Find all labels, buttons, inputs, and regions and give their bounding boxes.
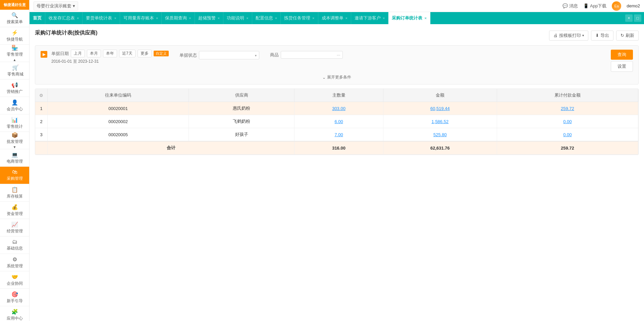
tab-warranty[interactable]: 保质期查询 × <box>162 12 195 24</box>
sidebar: 畅捷通好生意 🔍 搜索菜单 ⚡ 快捷导航 🏪 零售管理 ▲ 🛒 零售商城 📢 营… <box>0 0 30 321</box>
tab-invite-label: 邀请下游客户 <box>355 15 381 21</box>
gear-icon[interactable]: ⚙ <box>39 93 43 98</box>
sidebar-item-member[interactable]: 👤 会员中心 <box>0 97 29 114</box>
sidebar-member-label: 会员中心 <box>7 106 23 112</box>
footer-label: 合计 <box>48 141 294 155</box>
row-amount[interactable]: 1,586.52 <box>383 115 497 128</box>
row-amount[interactable]: 525.80 <box>383 128 497 142</box>
tab-receive-label: 收发存汇总表 <box>49 15 75 21</box>
close-icon[interactable]: × <box>383 16 385 20</box>
tab-invite[interactable]: 邀请下游客户 × <box>351 12 388 24</box>
filter-bar: ▶ 单据日期 上月 本月 本年 近7天 更多 自定义 2016-01-01 至 … <box>35 45 639 85</box>
filter-expand-arrow[interactable]: ▶ <box>41 51 47 58</box>
navtabs-end: × □ <box>623 14 644 22</box>
row-qty[interactable]: 303.00 <box>294 102 383 115</box>
sidebar-item-search[interactable]: 🔍 搜索菜单 <box>0 10 29 27</box>
sidebar-item-stock[interactable]: 📋 库存核算 <box>0 184 29 202</box>
sidebar-item-retail-stat[interactable]: 📊 零售统计 <box>0 114 29 132</box>
sidebar-item-marketing[interactable]: 📢 营销推广 <box>0 79 29 97</box>
sidebar-marketing-label: 营销推广 <box>7 89 23 95</box>
topbar-right: 💬 消息 📱 App下载 Ea demo2 <box>562 1 640 11</box>
message-btn[interactable]: 💬 消息 <box>562 3 578 9</box>
tab-available-stock[interactable]: 可用量库存账本 × <box>120 12 162 24</box>
date-btn-7days[interactable]: 近7天 <box>119 50 136 57</box>
base-icon: 🗂 <box>12 239 17 245</box>
sidebar-item-finance[interactable]: 💰 资金管理 <box>0 202 29 219</box>
sidebar-item-retail[interactable]: 🏪 零售管理 ▲ <box>0 45 29 62</box>
close-icon[interactable]: × <box>114 16 116 20</box>
close-icon[interactable]: × <box>246 16 248 20</box>
query-button[interactable]: 查询 <box>611 50 633 60</box>
sidebar-item-enterprise[interactable]: 🤝 企业协同 <box>0 271 29 289</box>
close-tab-btn[interactable]: × <box>625 14 633 22</box>
apps-icon: 🧩 <box>11 309 18 315</box>
close-icon[interactable]: × <box>345 16 347 20</box>
row-qty[interactable]: 7.00 <box>294 128 383 142</box>
close-icon[interactable]: × <box>312 16 314 20</box>
row-code: 00020005 <box>48 128 189 142</box>
sidebar-item-batch[interactable]: 📦 批发管理 ▼ <box>0 132 29 149</box>
tab-order-summary[interactable]: 要货单统计表 × <box>83 12 120 24</box>
sidebar-item-ecommerce[interactable]: 💻 电商管理 <box>0 149 29 167</box>
table-row[interactable]: 2 00020002 飞鹤奶粉 6.00 1,586.52 0.00 <box>35 115 638 128</box>
sidebar-item-base[interactable]: 🗂 基础信息 <box>0 236 29 254</box>
main-area: 母婴行业演示账套 ▾ 💬 消息 📱 App下载 Ea demo2 首页 收发存汇… <box>30 0 644 321</box>
tab-function[interactable]: 功能说明 × <box>223 12 252 24</box>
tab-stock-task[interactable]: 拣货任务管理 × <box>281 12 318 24</box>
expand-more-btn[interactable]: ⌄ 展开更多条件 <box>41 74 633 80</box>
export-label: 导出 <box>600 33 609 39</box>
tab-config-label: 配置信息 <box>256 15 273 21</box>
settings-button[interactable]: 设置 <box>611 61 633 72</box>
date-btn-last-month[interactable]: 上月 <box>71 50 85 57</box>
goods-input[interactable] <box>283 52 337 57</box>
tab-receive[interactable]: 收发存汇总表 × <box>45 12 83 24</box>
row-qty[interactable]: 6.00 <box>294 115 383 128</box>
date-btn-more[interactable]: 更多 <box>138 50 152 57</box>
refresh-btn[interactable]: ↻ 刷新 <box>616 31 639 41</box>
row-paid[interactable]: 259.72 <box>497 102 638 115</box>
restore-btn[interactable]: □ <box>634 14 641 22</box>
app-download-btn[interactable]: 📱 App下载 <box>583 3 606 9</box>
footer-paid: 259.72 <box>497 141 638 155</box>
tab-cost-adjust[interactable]: 成本调整单 × <box>318 12 351 24</box>
avatar[interactable]: Ea <box>612 1 621 11</box>
tab-home[interactable]: 首页 <box>30 12 45 24</box>
goods-more-icon[interactable]: ··· <box>337 52 340 57</box>
tab-order-summary-label: 要货单统计表 <box>86 15 112 21</box>
close-icon[interactable]: × <box>218 16 220 20</box>
close-icon[interactable]: × <box>77 16 79 20</box>
export-btn[interactable]: ⬇ 导出 <box>591 31 613 41</box>
close-icon[interactable]: × <box>275 16 277 20</box>
table-row[interactable]: 1 00020001 惠氏奶粉 303.00 60,519.44 259.72 <box>35 102 638 115</box>
date-btn-this-year[interactable]: 本年 <box>103 50 117 57</box>
tab-purchase-summary[interactable]: 采购订单统计表 × <box>388 12 430 24</box>
row-paid[interactable]: 0.00 <box>497 115 638 128</box>
close-icon[interactable]: × <box>424 16 426 20</box>
tab-overstock[interactable]: 超储预警 × <box>195 12 223 24</box>
row-amount[interactable]: 60,519.44 <box>383 102 497 115</box>
row-code: 00020001 <box>48 102 189 115</box>
sidebar-item-newbie[interactable]: 🎯 新手引导 <box>0 289 29 306</box>
close-icon[interactable]: × <box>189 16 191 20</box>
close-icon[interactable]: × <box>156 16 158 20</box>
date-btn-this-month[interactable]: 本月 <box>87 50 101 57</box>
table-row[interactable]: 3 00020005 好孩子 7.00 525.80 0.00 <box>35 128 638 142</box>
footer-qty: 316.00 <box>294 141 383 155</box>
member-icon: 👤 <box>11 99 18 106</box>
print-dropdown-icon: ▾ <box>582 34 584 37</box>
data-table-wrap: ⚙ 往来单位编码 供应商 主数量 金额 累计付款金额 1 00020001 惠氏… <box>35 89 639 155</box>
sidebar-item-operation[interactable]: 📈 经营管理 <box>0 219 29 236</box>
sidebar-item-system[interactable]: ⚙ 系统管理 <box>0 254 29 271</box>
status-select[interactable] <box>199 51 259 59</box>
print-btn[interactable]: 🖨 按模板打印 ▾ <box>549 31 588 41</box>
sidebar-item-retail-mall[interactable]: 🛒 零售商城 <box>0 62 29 79</box>
topbar: 母婴行业演示账套 ▾ 💬 消息 📱 App下载 Ea demo2 <box>30 0 644 12</box>
marketing-icon: 📢 <box>11 82 18 88</box>
sidebar-item-apps[interactable]: 🧩 应用中心 <box>0 306 29 321</box>
sidebar-item-purchase[interactable]: 🛍 采购管理 <box>0 167 29 184</box>
th-paid: 累计付款金额 <box>497 89 638 102</box>
account-dropdown[interactable]: 母婴行业演示账套 ▾ <box>34 1 78 11</box>
row-paid[interactable]: 0.00 <box>497 128 638 142</box>
sidebar-item-quicknav[interactable]: ⚡ 快捷导航 <box>0 27 29 45</box>
tab-config[interactable]: 配置信息 × <box>252 12 281 24</box>
